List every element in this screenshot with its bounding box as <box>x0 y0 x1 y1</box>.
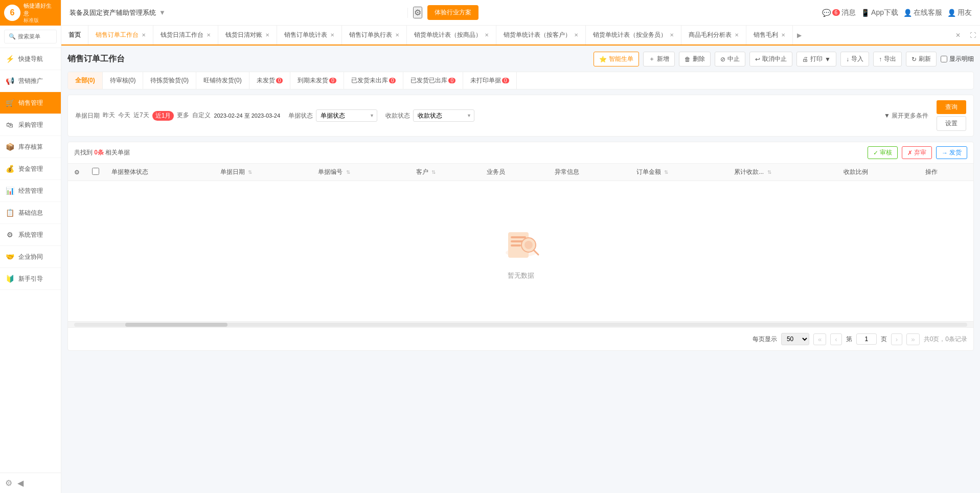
subtab-pending-review[interactable]: 待审核(0) <box>103 72 144 89</box>
tab-cash-daily[interactable]: 钱货日清工作台 ✕ <box>153 26 218 44</box>
review-batch-button[interactable]: ✓ 审核 <box>868 146 898 159</box>
query-button[interactable]: 查询 <box>937 100 966 114</box>
sidebar-search-area: 🔍 搜索菜单 <box>0 26 61 48</box>
sidebar-item-basic[interactable]: 📋 基础信息 <box>0 202 61 224</box>
tab-sales-order-exec[interactable]: 销售订单执行表 ✕ <box>342 26 407 44</box>
tab-close-cash-reconcile[interactable]: ✕ <box>265 32 269 38</box>
subtab-not-printed[interactable]: 未打印单据0 <box>463 72 517 89</box>
sidebar-item-sales[interactable]: 🛒 销售管理 <box>0 92 61 114</box>
subtab-shipped-not-stored[interactable]: 已发货未出库0 <box>344 72 404 89</box>
tab-close-sales-profit[interactable]: ✕ <box>781 32 785 38</box>
online-service-button[interactable]: 👤 在线客服 <box>903 8 942 17</box>
system-dropdown-icon[interactable]: ▼ <box>159 9 166 16</box>
date-custom[interactable]: 自定义 <box>192 111 211 121</box>
col-amount-header[interactable]: 订单金额 ⇅ <box>630 164 728 181</box>
close-all-tabs-button[interactable]: ✕ <box>951 29 965 42</box>
sidebar-item-business[interactable]: 📊 经营管理 <box>0 180 61 202</box>
select-all-checkbox[interactable] <box>92 168 99 175</box>
fullscreen-button[interactable]: ⛶ <box>966 29 980 42</box>
subtab-not-shipped[interactable]: 未发货0 <box>249 72 291 89</box>
current-page-input[interactable] <box>856 333 877 345</box>
refresh-button[interactable]: ↻ 刷新 <box>906 52 937 66</box>
user-button[interactable]: 👤 用友 <box>947 8 972 17</box>
sidebar-item-system[interactable]: ⚙ 系统管理 <box>0 224 61 246</box>
subtab-pending-inspect[interactable]: 待拣货验货(0) <box>143 72 196 89</box>
tab-close-goods-profit[interactable]: ✕ <box>735 32 739 38</box>
last-page-button[interactable]: » <box>906 333 919 345</box>
date-yesterday[interactable]: 昨天 <box>103 111 115 121</box>
tab-home[interactable]: 首页 <box>61 26 88 44</box>
tab-sales-stat-staff[interactable]: 销货单统计表（按业务员） ✕ <box>586 26 681 44</box>
col-customer-header[interactable]: 客户 ⇅ <box>410 164 481 181</box>
date-quick-links: 昨天 今天 近7天 近1月 更多 自定义 <box>103 111 211 121</box>
smart-create-button[interactable]: ⭐ 智能生单 <box>594 52 639 66</box>
col-date-header[interactable]: 单据日期 ⇅ <box>214 164 312 181</box>
prev-page-button[interactable]: ‹ <box>830 333 841 345</box>
collapse-icon[interactable]: ◀ <box>17 478 24 488</box>
app-download-button[interactable]: 📱 App下载 <box>861 8 898 17</box>
show-detail-checkbox[interactable] <box>941 56 947 62</box>
expand-filter-button[interactable]: ▼ 展开更多条件 <box>884 111 928 120</box>
export-button[interactable]: ↑ 导出 <box>873 52 902 66</box>
tab-close-sales-order-exec[interactable]: ✕ <box>395 32 399 38</box>
tab-close-sales-stat-product[interactable]: ✕ <box>485 32 489 38</box>
date-1month[interactable]: 近1月 <box>152 111 174 121</box>
subtab-expired-not-shipped[interactable]: 到期未发货0 <box>290 72 344 89</box>
col-ratio-header: 收款比例 <box>837 164 919 181</box>
tab-close-sales-stat-staff[interactable]: ✕ <box>670 32 674 38</box>
import-button[interactable]: ↓ 导入 <box>840 52 869 66</box>
tab-goods-profit[interactable]: 商品毛利分析表 ✕ <box>681 26 746 44</box>
print-icon: 🖨 <box>802 56 808 63</box>
tab-cash-reconcile[interactable]: 钱货日清对账 ✕ <box>218 26 277 44</box>
export-icon: ↑ <box>879 56 882 63</box>
industry-solution-button[interactable]: 体验行业方案 <box>427 5 478 20</box>
tab-close-sales-stat-customer[interactable]: ✕ <box>574 32 578 38</box>
payment-filter-label: 收款状态 <box>385 111 410 120</box>
tab-close-cash-daily[interactable]: ✕ <box>207 32 211 38</box>
subtab-shipped-stored[interactable]: 已发货已出库0 <box>403 72 463 89</box>
sidebar-item-marketing[interactable]: 📢 营销推广 <box>0 70 61 92</box>
scrollbar-thumb[interactable] <box>125 323 227 327</box>
set-button[interactable]: 设置 <box>937 116 966 131</box>
tab-sales-order-stat[interactable]: 销售订单统计表 ✕ <box>277 26 342 44</box>
tab-sales-stat-product[interactable]: 销货单统计表（按商品） ✕ <box>407 26 496 44</box>
cancel-suspend-button[interactable]: ↩ 取消中止 <box>749 52 792 66</box>
gear-button[interactable]: ⚙ <box>413 7 422 18</box>
horizontal-scrollbar[interactable] <box>68 321 973 327</box>
col-number-header[interactable]: 单据编号 ⇅ <box>312 164 409 181</box>
delete-button[interactable]: 🗑 删除 <box>679 52 711 66</box>
trash-icon: 🗑 <box>685 56 691 63</box>
status-select[interactable]: 单据状态 <box>316 109 377 122</box>
sidebar-item-enterprise[interactable]: 🤝 企业协同 <box>0 246 61 268</box>
sidebar-item-inventory[interactable]: 📦 库存核算 <box>0 136 61 158</box>
col-collected-header[interactable]: 累计收款... ⇅ <box>728 164 837 181</box>
suspend-button[interactable]: ⊘ 中止 <box>715 52 745 66</box>
subtab-wangpu-pending[interactable]: 旺铺待发货(0) <box>196 72 249 89</box>
tab-close-sales-order-stat[interactable]: ✕ <box>330 32 334 38</box>
ship-batch-button[interactable]: → 发货 <box>936 146 967 159</box>
search-menu-button[interactable]: 🔍 搜索菜单 <box>4 30 57 43</box>
tab-sales-profit[interactable]: 销售毛利 ✕ <box>746 26 793 44</box>
tab-sales-order-workbench[interactable]: 销售订单工作台 ✕ <box>88 26 153 46</box>
add-button[interactable]: ＋ 新增 <box>643 52 675 66</box>
sidebar-item-guide[interactable]: 🔰 新手引导 <box>0 268 61 290</box>
subtab-all[interactable]: 全部(0) <box>68 72 103 89</box>
sidebar-item-purchase[interactable]: 🛍 采购管理 <box>0 114 61 136</box>
payment-select[interactable]: 收款状态 <box>413 109 474 122</box>
date-more[interactable]: 更多 <box>177 111 189 121</box>
sidebar-item-quick-nav[interactable]: ⚡ 快捷导航 <box>0 48 61 70</box>
sidebar-item-finance[interactable]: 💰 资金管理 <box>0 158 61 180</box>
cancel-review-batch-button[interactable]: ✗ 弃审 <box>902 146 932 159</box>
tab-sales-stat-customer[interactable]: 销货单统计表（按客户） ✕ <box>496 26 586 44</box>
print-button[interactable]: 🖨 打印 ▼ <box>796 52 836 66</box>
page-size-select[interactable]: 50 10 20 100 <box>781 333 809 345</box>
date-today[interactable]: 今天 <box>118 111 130 121</box>
message-button[interactable]: 💬 6 消息 <box>822 8 856 17</box>
settings-icon[interactable]: ⚙ <box>5 478 12 488</box>
tabbar-more-button[interactable]: ▶ <box>793 28 806 43</box>
date-7days[interactable]: 近7天 <box>133 111 149 121</box>
next-page-button[interactable]: › <box>891 333 902 345</box>
first-page-button[interactable]: « <box>813 333 826 345</box>
settings-column-icon[interactable]: ⚙ <box>74 169 80 176</box>
tab-close-sales-order[interactable]: ✕ <box>142 32 146 38</box>
